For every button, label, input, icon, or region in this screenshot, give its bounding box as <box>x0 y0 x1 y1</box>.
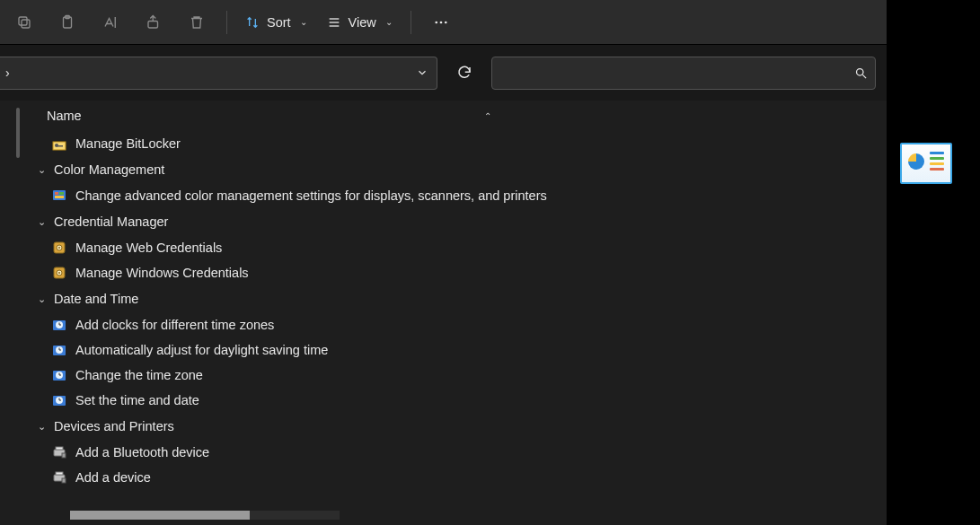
svg-point-11 <box>445 21 447 23</box>
list-item[interactable]: Manage BitLocker <box>34 131 887 156</box>
list-item[interactable]: Change the time zone <box>34 363 887 388</box>
toolbar-separator <box>226 11 227 34</box>
paste-icon <box>59 14 75 31</box>
group-header[interactable]: ⌄Color Management <box>34 156 887 183</box>
device-icon <box>52 445 66 459</box>
clock-icon <box>52 318 66 332</box>
search-icon[interactable] <box>854 66 868 80</box>
view-label: View <box>349 15 376 30</box>
svg-line-13 <box>862 74 866 78</box>
chevron-down-icon: ⌄ <box>34 421 49 433</box>
chevron-down-icon: ⌄ <box>34 293 49 305</box>
copy-icon <box>16 14 32 31</box>
svg-rect-47 <box>56 472 63 475</box>
clock-icon <box>52 393 66 407</box>
share-icon <box>146 14 162 31</box>
list-item[interactable]: Change advanced color management setting… <box>34 183 887 208</box>
chevron-down-icon: ⌄ <box>300 17 307 27</box>
nav-pane-handle[interactable] <box>0 101 25 525</box>
list-item-label: Add clocks for different time zones <box>75 318 274 332</box>
chevron-down-icon <box>416 66 428 79</box>
list-item[interactable]: Add a Bluetooth device <box>34 440 887 465</box>
svg-rect-16 <box>57 145 63 147</box>
group-label: Credential Manager <box>54 214 168 229</box>
control-panel-icon <box>906 150 946 177</box>
chevron-down-icon: ⌄ <box>34 216 49 228</box>
svg-point-23 <box>58 247 60 249</box>
chevron-down-icon: ⌄ <box>34 164 49 176</box>
column-header-label: Name <box>47 109 82 123</box>
list-item-label: Manage Windows Credentials <box>75 266 249 280</box>
list-item[interactable]: Automatically adjust for daylight saving… <box>34 337 887 363</box>
svg-point-12 <box>857 68 864 75</box>
sort-button[interactable]: Sort ⌄ <box>236 4 316 40</box>
address-row: › <box>0 45 887 101</box>
group-header[interactable]: ⌄Date and Time <box>34 285 887 312</box>
refresh-button[interactable] <box>448 57 481 89</box>
group-label: Color Management <box>54 162 164 177</box>
items-list[interactable]: Manage BitLocker⌄Color ManagementChange … <box>25 131 887 525</box>
view-icon <box>327 15 341 30</box>
list-item-label: Add a device <box>75 470 151 485</box>
trash-icon <box>189 14 205 31</box>
explorer-window: Sort ⌄ View ⌄ › <box>0 0 887 525</box>
list-item[interactable]: Add clocks for different time zones <box>34 312 887 337</box>
group-header[interactable]: ⌄Credential Manager <box>34 208 887 235</box>
svg-rect-45 <box>62 453 66 458</box>
group-label: Date and Time <box>54 292 138 306</box>
list-item-label: Manage Web Credentials <box>75 241 222 255</box>
horizontal-scrollbar[interactable] <box>70 511 340 520</box>
toolbar-separator <box>411 11 411 34</box>
horizontal-scrollbar-thumb[interactable] <box>70 511 250 520</box>
list-item[interactable]: Manage Web Credentials <box>34 235 887 260</box>
rename-icon <box>102 14 119 31</box>
group-label: Devices and Printers <box>54 419 174 433</box>
vault-icon <box>52 266 66 280</box>
svg-rect-44 <box>56 447 63 450</box>
svg-rect-19 <box>59 192 64 195</box>
bitlocker-icon <box>52 136 66 151</box>
address-bar[interactable]: › <box>0 57 437 90</box>
view-button[interactable]: View ⌄ <box>318 4 402 40</box>
list-item[interactable]: Add a device <box>34 465 887 490</box>
toolbar: Sort ⌄ View ⌄ <box>0 0 887 45</box>
svg-rect-20 <box>55 196 64 198</box>
control-panel-desktop-icon[interactable] <box>900 143 952 184</box>
address-path[interactable]: › <box>0 66 410 80</box>
list-item[interactable]: Set the time and date <box>34 388 887 413</box>
refresh-icon <box>456 65 472 81</box>
share-button <box>133 4 174 40</box>
more-button[interactable] <box>420 4 462 40</box>
svg-point-26 <box>58 272 60 274</box>
svg-rect-18 <box>55 192 58 195</box>
search-bar[interactable] <box>491 57 876 90</box>
list-item-label: Manage BitLocker <box>75 136 181 151</box>
copy-button <box>4 4 45 40</box>
svg-rect-17 <box>53 190 66 200</box>
group-header[interactable]: ⌄Devices and Printers <box>34 413 887 440</box>
file-list-panel: Name ⌃ Manage BitLocker⌄Color Management… <box>25 101 887 525</box>
svg-rect-0 <box>22 20 30 28</box>
rename-button <box>90 4 131 40</box>
paste-button <box>47 4 88 40</box>
sort-icon <box>245 15 260 30</box>
sort-label: Sort <box>267 15 291 30</box>
svg-point-10 <box>439 21 442 23</box>
list-item[interactable]: Manage Windows Credentials <box>34 260 887 285</box>
device-icon <box>52 470 66 485</box>
list-item-label: Change advanced color management setting… <box>75 188 547 203</box>
ellipsis-icon <box>433 14 449 31</box>
list-item-label: Add a Bluetooth device <box>75 445 209 459</box>
address-history-button[interactable] <box>410 59 435 86</box>
sort-indicator-asc-icon: ⌃ <box>484 111 491 121</box>
list-item-label: Change the time zone <box>75 368 203 382</box>
clock-icon <box>52 343 66 357</box>
list-item-label: Automatically adjust for daylight saving… <box>75 343 328 357</box>
search-input[interactable] <box>499 66 854 80</box>
delete-button <box>176 4 217 40</box>
svg-rect-48 <box>62 478 66 483</box>
chevron-down-icon: ⌄ <box>385 17 393 27</box>
vault-icon <box>52 241 66 255</box>
column-header-name[interactable]: Name ⌃ <box>25 101 887 131</box>
list-item-label: Set the time and date <box>75 393 199 407</box>
